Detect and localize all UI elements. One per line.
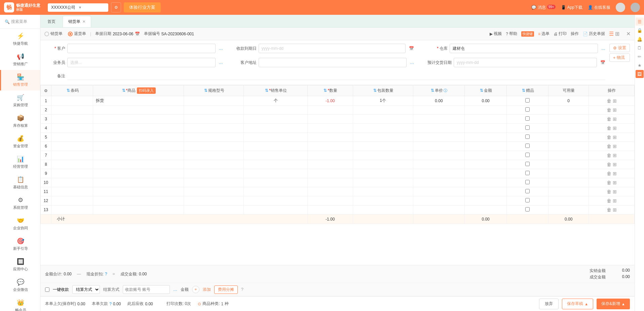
- row-barcode[interactable]: [51, 124, 93, 133]
- row-unit-price[interactable]: [413, 133, 465, 142]
- payment-ellipsis-icon[interactable]: …: [173, 287, 177, 292]
- shortcut-btn[interactable]: 快捷键: [521, 31, 534, 37]
- row-product[interactable]: [93, 160, 184, 169]
- unit-price-info-icon[interactable]: ⓘ: [444, 88, 447, 92]
- row-qty[interactable]: [307, 106, 353, 115]
- sidebar-item-app-center[interactable]: 🔲 应用中心: [0, 255, 40, 275]
- row-amount[interactable]: [465, 124, 506, 133]
- calendar-icon[interactable]: 📅: [135, 32, 140, 36]
- row-unit[interactable]: 个: [244, 96, 307, 106]
- row-unit[interactable]: [244, 205, 307, 215]
- scan-btn[interactable]: 扫码录入: [137, 87, 156, 94]
- row-unit[interactable]: [244, 178, 307, 187]
- right-panel-item-6[interactable]: ★: [636, 61, 644, 69]
- logistics-button[interactable]: + 物流: [609, 53, 630, 62]
- row-amount[interactable]: 0.00: [465, 96, 506, 106]
- row-amount[interactable]: [465, 151, 506, 160]
- fee-help-icon[interactable]: ?: [241, 287, 243, 292]
- sidebar-item-finance[interactable]: 💰 资金管理: [0, 131, 40, 152]
- row-pack-qty[interactable]: [353, 178, 413, 187]
- row-gift[interactable]: [506, 133, 548, 142]
- row-unit-price[interactable]: [413, 142, 465, 151]
- add-payment-btn[interactable]: +: [192, 286, 199, 293]
- abandon-button[interactable]: 放弃: [539, 299, 559, 309]
- one-click-payment-checkbox[interactable]: [45, 287, 49, 292]
- sidebar-item-purchase-mgmt[interactable]: 🛒 采购管理: [0, 90, 40, 111]
- row-unit-price[interactable]: [413, 160, 465, 169]
- copy-icon[interactable]: ⊞: [613, 180, 617, 185]
- row-spec[interactable]: [184, 142, 244, 151]
- row-unit-price[interactable]: [413, 151, 465, 160]
- sidebar-item-members[interactable]: 👑 畅会员: [0, 296, 40, 311]
- row-gift[interactable]: [506, 187, 548, 196]
- row-gift[interactable]: [506, 151, 548, 160]
- customer-input[interactable]: [67, 44, 216, 53]
- row-qty[interactable]: [307, 133, 353, 142]
- row-product[interactable]: [93, 151, 184, 160]
- copy-icon[interactable]: ⊞: [613, 98, 617, 104]
- row-spec[interactable]: [184, 124, 244, 133]
- row-gift[interactable]: [506, 142, 548, 151]
- row-unit-price[interactable]: [413, 115, 465, 124]
- row-gift[interactable]: [506, 124, 548, 133]
- delete-icon[interactable]: 🗑: [607, 125, 611, 131]
- row-unit[interactable]: [244, 169, 307, 178]
- row-gift[interactable]: [506, 115, 548, 124]
- row-product[interactable]: [93, 205, 184, 215]
- settings-icon[interactable]: ⚙: [111, 2, 121, 12]
- radio-return[interactable]: 退货单: [68, 31, 86, 37]
- payment-date-input[interactable]: yyyy-mm-dd: [259, 44, 406, 53]
- row-product[interactable]: [93, 169, 184, 178]
- row-barcode[interactable]: [51, 106, 93, 115]
- row-qty[interactable]: -1.00: [307, 96, 353, 106]
- row-amount[interactable]: [465, 115, 506, 124]
- row-qty[interactable]: [307, 115, 353, 124]
- payment-method-select[interactable]: 结算方式: [72, 285, 100, 294]
- warehouse-input[interactable]: 建材仓: [450, 44, 598, 53]
- tab-close-icon[interactable]: ✕: [82, 20, 85, 24]
- app-download-btn[interactable]: 📱 App下载: [561, 5, 582, 10]
- search-menu-btn[interactable]: 🔍 搜索菜单: [3, 17, 37, 26]
- row-barcode[interactable]: [51, 115, 93, 124]
- right-panel-item-7[interactable]: 🖼: [636, 70, 644, 78]
- row-unit-price[interactable]: 0.00: [413, 96, 465, 106]
- right-panel-item-3[interactable]: 🔔: [636, 35, 644, 43]
- row-qty[interactable]: [307, 187, 353, 196]
- right-panel-item-1[interactable]: ☰: [636, 17, 644, 26]
- row-amount[interactable]: [465, 196, 506, 205]
- row-spec[interactable]: [184, 151, 244, 160]
- row-qty[interactable]: [307, 142, 353, 151]
- row-amount[interactable]: [465, 106, 506, 115]
- row-pack-qty[interactable]: [353, 142, 413, 151]
- row-barcode[interactable]: [51, 133, 93, 142]
- sidebar-item-quick-nav[interactable]: ⚡ 快捷导航: [0, 29, 40, 49]
- row-pack-qty[interactable]: [353, 106, 413, 115]
- row-spec[interactable]: [184, 196, 244, 205]
- expected-date-calendar-icon[interactable]: 📅: [600, 60, 605, 65]
- grid-view-icon[interactable]: ⊞: [615, 31, 619, 37]
- save-new-button[interactable]: 保存&新增 ▲: [597, 299, 630, 309]
- row-spec[interactable]: [184, 178, 244, 187]
- row-gift[interactable]: [506, 96, 548, 106]
- row-unit[interactable]: [244, 187, 307, 196]
- row-product[interactable]: [93, 124, 184, 133]
- row-unit-price[interactable]: [413, 187, 465, 196]
- row-unit-price[interactable]: [413, 106, 465, 115]
- row-qty[interactable]: [307, 196, 353, 205]
- row-product[interactable]: [93, 106, 184, 115]
- delete-icon[interactable]: 🗑: [607, 171, 611, 176]
- row-product[interactable]: [93, 142, 184, 151]
- row-qty[interactable]: [307, 178, 353, 187]
- row-gift[interactable]: [506, 178, 548, 187]
- video-btn[interactable]: ▶ 视频: [490, 31, 502, 37]
- row-pack-qty[interactable]: [353, 205, 413, 215]
- message-btn[interactable]: 💬 消息 99+: [531, 5, 556, 10]
- copy-icon[interactable]: ⊞: [613, 162, 617, 167]
- row-amount[interactable]: [465, 205, 506, 215]
- row-pack-qty[interactable]: [353, 169, 413, 178]
- row-barcode[interactable]: [51, 169, 93, 178]
- sidebar-item-marketing[interactable]: 📢 营销推广: [0, 49, 40, 70]
- row-unit-price[interactable]: [413, 124, 465, 133]
- toolbar-close-icon[interactable]: ✕: [626, 31, 631, 37]
- row-gift[interactable]: [506, 196, 548, 205]
